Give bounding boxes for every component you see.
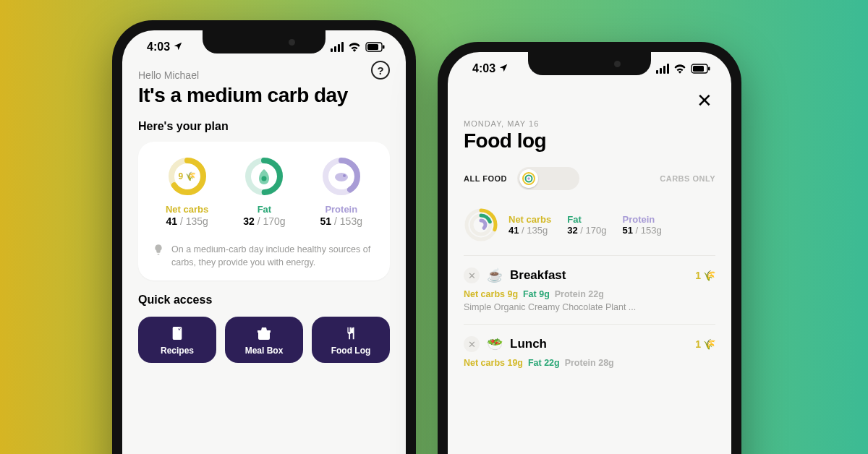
status-time: 4:03 xyxy=(147,40,183,53)
summary-card: Net carbs 41 / 135g Fat 32 / 170g Protei… xyxy=(464,207,715,256)
svg-rect-1 xyxy=(367,44,378,50)
quick-foodlog-button[interactable]: Food Log xyxy=(312,317,390,363)
protein-value: 51 / 153g xyxy=(320,215,362,227)
location-icon xyxy=(498,63,509,73)
macro-carbs[interactable]: 9 🌾 Net carbs 41 / 135g xyxy=(166,156,208,227)
fat-ring-icon xyxy=(244,156,284,197)
summary-protein: Protein 51 / 153g xyxy=(623,214,662,236)
toggle-carbs-only-label[interactable]: CARBS ONLY xyxy=(660,174,715,183)
carbs-ring-icon: 9 🌾 xyxy=(167,156,208,197)
plan-section-title: Here's your plan xyxy=(138,120,390,133)
meal-macros: Net carbs 9g Fat 9g Protein 22g xyxy=(464,289,715,299)
location-icon xyxy=(173,41,183,51)
lunch-icon: 🥗 xyxy=(487,336,503,352)
recipes-icon xyxy=(169,325,185,341)
notch xyxy=(203,30,326,53)
meal-name: Lunch xyxy=(510,337,547,351)
signal-icon xyxy=(331,42,344,52)
headline-text: It's a medium carb day xyxy=(138,84,348,107)
summary-fat: Fat 32 / 170g xyxy=(567,214,606,236)
status-time: 4:03 xyxy=(472,62,509,75)
signal-icon xyxy=(656,64,670,74)
svg-rect-16 xyxy=(708,67,710,71)
date-label: MONDAY, MAY 16 xyxy=(464,119,715,128)
remove-meal-button[interactable]: ✕ xyxy=(464,267,480,283)
wifi-icon xyxy=(348,42,361,52)
target-icon xyxy=(522,172,535,185)
svg-point-11 xyxy=(335,173,348,181)
toggle-knob xyxy=(519,169,538,188)
svg-text:9 🌾: 9 🌾 xyxy=(178,171,196,181)
fat-value: 32 / 170g xyxy=(243,215,285,227)
meal-description: Simple Organic Creamy Chocolate Plant ..… xyxy=(464,302,715,312)
screen-foodlog: 4:03 ✕ MONDAY, MAY 16 Food log ALL FOOD xyxy=(448,52,731,454)
svg-point-12 xyxy=(343,174,346,177)
svg-point-19 xyxy=(527,177,530,180)
screen-home: 4:03 Hello Michael It's a medium carb da… xyxy=(122,30,406,454)
meal-macros: Net carbs 19g Fat 22g Protein 28g xyxy=(464,358,715,368)
quick-mealbox-label: Meal Box xyxy=(245,346,284,356)
lightbulb-icon xyxy=(153,244,164,255)
battery-icon xyxy=(691,64,711,74)
battery-icon xyxy=(365,42,386,52)
protein-label: Protein xyxy=(320,204,362,215)
tip-text: On a medium-carb day include healthy sou… xyxy=(171,243,375,269)
time-text: 4:03 xyxy=(147,40,170,53)
foodlog-icon xyxy=(343,325,359,341)
meal-lunch[interactable]: ✕ 🥗 Lunch 1🌾 Net carbs 19g Fat 22g Prote… xyxy=(464,325,715,380)
meal-points: 1🌾 xyxy=(695,338,715,350)
summary-carbs-label: Net carbs xyxy=(509,214,551,225)
phone-home: 4:03 Hello Michael It's a medium carb da… xyxy=(112,20,416,454)
time-text: 4:03 xyxy=(472,62,495,74)
greeting-text: Hello Michael xyxy=(138,69,348,81)
svg-rect-15 xyxy=(693,66,704,72)
protein-ring-icon xyxy=(321,156,362,197)
wifi-icon xyxy=(673,64,686,74)
toggle-all-food-label[interactable]: ALL FOOD xyxy=(464,174,507,183)
summary-protein-label: Protein xyxy=(623,214,662,225)
mealbox-icon xyxy=(255,325,273,341)
food-filter-toggle[interactable] xyxy=(517,167,579,190)
quick-foodlog-label: Food Log xyxy=(331,346,371,356)
fat-label: Fat xyxy=(243,204,285,215)
svg-point-8 xyxy=(262,176,267,181)
quick-recipes-button[interactable]: Recipes xyxy=(138,317,216,363)
svg-rect-2 xyxy=(383,46,385,49)
carbs-value: 41 / 135g xyxy=(166,215,208,227)
summary-fat-label: Fat xyxy=(567,214,606,225)
meal-breakfast[interactable]: ✕ ☕ Breakfast 1🌾 Net carbs 9g Fat 9g Pro… xyxy=(464,256,715,325)
plan-card: 9 🌾 Net carbs 41 / 135g Fat 32 xyxy=(138,142,390,280)
macro-protein[interactable]: Protein 51 / 153g xyxy=(320,156,362,227)
summary-carbs: Net carbs 41 / 135g xyxy=(509,214,551,236)
breakfast-icon: ☕ xyxy=(487,267,503,283)
summary-ring-icon xyxy=(464,207,498,242)
help-button[interactable]: ? xyxy=(371,61,390,80)
remove-meal-button[interactable]: ✕ xyxy=(464,336,480,352)
phone-foodlog: 4:03 ✕ MONDAY, MAY 16 Food log ALL FOOD xyxy=(438,42,741,454)
quick-access-title: Quick access xyxy=(138,294,390,307)
notch xyxy=(528,52,651,75)
macro-fat[interactable]: Fat 32 / 170g xyxy=(243,156,285,227)
svg-point-24 xyxy=(477,220,485,229)
quick-mealbox-button[interactable]: Meal Box xyxy=(225,317,303,363)
page-title: Food log xyxy=(464,129,715,153)
close-button[interactable]: ✕ xyxy=(697,90,712,112)
carbs-label: Net carbs xyxy=(166,204,208,215)
meal-name: Breakfast xyxy=(510,268,566,283)
meal-points: 1🌾 xyxy=(695,270,715,281)
quick-recipes-label: Recipes xyxy=(161,346,194,356)
